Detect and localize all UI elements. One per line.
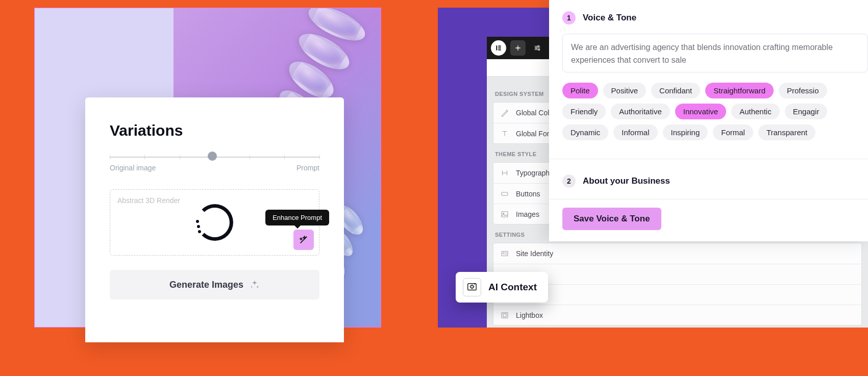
slider-label-right: Prompt xyxy=(296,164,319,172)
sidebar-item-label: Lightbox xyxy=(516,311,543,319)
enhance-prompt-tooltip: Enhance Prompt xyxy=(265,210,329,225)
tone-chip-straightforward[interactable]: Straightforward xyxy=(705,83,774,98)
variations-title: Variations xyxy=(110,122,319,139)
tone-chip-formal[interactable]: Formal xyxy=(713,124,753,140)
tone-chip-transparent[interactable]: Transparent xyxy=(758,124,815,140)
voice-tone-heading: Voice & Tone xyxy=(583,13,636,23)
ai-context-chip[interactable]: AI Context xyxy=(456,272,548,303)
svg-rect-10 xyxy=(502,252,508,256)
save-voice-tone-button[interactable]: Save Voice & Tone xyxy=(562,208,661,230)
prompt-textarea[interactable]: Abstract 3D Render Enhance Prompt xyxy=(110,189,319,256)
settings-list: Site Identity Layout Lightbox xyxy=(493,243,862,325)
sidebar-item-lightbox[interactable]: Lightbox xyxy=(493,305,861,325)
tone-chip-positive[interactable]: Positive xyxy=(603,83,647,98)
image-icon xyxy=(500,209,510,219)
left-panel: Variations Original image Prompt Abstrac… xyxy=(34,8,381,328)
tone-chip-polite[interactable]: Polite xyxy=(562,83,598,98)
svg-point-11 xyxy=(503,253,504,254)
prompt-placeholder: Abstract 3D Render xyxy=(117,196,180,205)
tone-chip-group: PolitePositiveConfidantStraightforwardPr… xyxy=(562,83,868,140)
svg-rect-2 xyxy=(498,47,501,48)
tone-chip-dynamic[interactable]: Dynamic xyxy=(562,124,608,140)
lightbox-icon xyxy=(500,310,510,320)
button-icon xyxy=(500,189,510,199)
palette-icon xyxy=(500,108,510,118)
generate-images-button[interactable]: Generate Images xyxy=(110,270,319,299)
sparkles-icon xyxy=(250,280,260,290)
tone-chip-friendly[interactable]: Friendly xyxy=(562,104,606,119)
tone-chip-inspiring[interactable]: Inspiring xyxy=(663,124,708,140)
generate-button-label: Generate Images xyxy=(169,280,243,290)
step-badge-2: 2 xyxy=(562,174,576,188)
variations-card: Variations Original image Prompt Abstrac… xyxy=(85,97,344,342)
svg-point-16 xyxy=(470,285,474,288)
ai-context-icon xyxy=(463,278,481,296)
voice-tone-panel: 1 Voice & Tone We are an advertising age… xyxy=(549,0,868,241)
tone-chip-confidant[interactable]: Confidant xyxy=(651,83,700,98)
voice-tone-description-input[interactable]: We are an advertising agency that blends… xyxy=(562,34,868,72)
sidebar-item-site-identity[interactable]: Site Identity xyxy=(493,243,861,264)
loading-spinner-icon xyxy=(196,204,233,241)
type-icon xyxy=(500,129,510,139)
svg-rect-13 xyxy=(502,312,508,318)
elementor-logo-icon[interactable] xyxy=(491,40,506,56)
svg-rect-0 xyxy=(496,45,497,50)
svg-point-4 xyxy=(538,45,539,47)
about-business-heading: About your Business xyxy=(583,176,670,186)
enhance-prompt-button[interactable] xyxy=(293,230,314,250)
slider-label-left: Original image xyxy=(110,164,156,172)
slider-thumb[interactable] xyxy=(208,152,217,161)
tone-chip-innovative[interactable]: Innovative xyxy=(675,104,726,119)
svg-rect-14 xyxy=(503,314,506,317)
step-badge-1: 1 xyxy=(562,11,576,24)
svg-rect-7 xyxy=(502,192,508,195)
svg-rect-8 xyxy=(502,211,508,217)
sidebar-item-label: Site Identity xyxy=(516,249,553,258)
settings-sliders-icon[interactable] xyxy=(530,40,545,56)
tone-chip-informal[interactable]: Informal xyxy=(613,124,657,140)
svg-point-5 xyxy=(536,47,537,49)
svg-rect-1 xyxy=(498,45,501,46)
sidebar-item-spacer xyxy=(493,264,861,284)
ai-context-label: AI Context xyxy=(488,282,537,293)
heading-icon xyxy=(500,168,510,178)
tone-chip-professio[interactable]: Professio xyxy=(779,83,827,98)
svg-point-6 xyxy=(538,49,540,51)
sidebar-item-layout[interactable]: Layout xyxy=(493,284,861,305)
magic-wand-icon xyxy=(299,235,309,245)
variation-strength-slider[interactable] xyxy=(110,154,319,161)
sidebar-item-label: Images xyxy=(516,210,539,218)
tone-chip-engagir[interactable]: Engagir xyxy=(785,104,828,119)
tone-chip-authentic[interactable]: Authentic xyxy=(731,104,780,119)
sidebar-item-label: Buttons xyxy=(516,190,540,198)
svg-rect-3 xyxy=(498,49,501,51)
id-card-icon xyxy=(500,248,510,259)
tone-chip-authoritative[interactable]: Authoritative xyxy=(611,104,669,119)
add-element-button[interactable] xyxy=(510,40,526,56)
sidebar-item-label: Typography xyxy=(516,169,553,177)
